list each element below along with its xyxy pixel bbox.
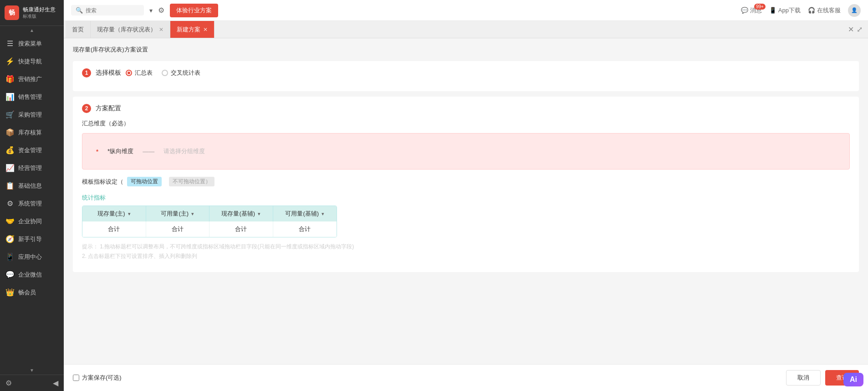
template-options: 汇总表 交叉统计表 <box>126 69 200 77</box>
col2-chevron-icon[interactable]: ▾ <box>191 211 194 217</box>
sidebar-item-operations[interactable]: 📈 经营管理 <box>0 159 64 177</box>
sidebar-item-purchase[interactable]: 🛒 采购管理 <box>0 106 64 123</box>
sidebar-item-finance[interactable]: 💰 资金管理 <box>0 141 64 159</box>
save-checkbox[interactable] <box>73 375 79 381</box>
header-dropdown-icon[interactable]: ▾ <box>149 7 153 14</box>
stats-label: 统计指标 <box>82 194 850 202</box>
message-icon: 💬 <box>741 7 748 14</box>
sidebar-label-search-menu: 搜索菜单 <box>18 40 42 48</box>
sidebar: 畅 畅康通好生意 标准版 ▲ ☰ 搜索菜单 ⚡ 快捷导航 🎁 营销推广 📊 销售… <box>0 0 64 391</box>
tab-new-scheme-label: 新建方案 <box>177 26 200 34</box>
sidebar-label-new-guide: 新手引导 <box>18 235 42 243</box>
app-download-label: App下载 <box>778 6 801 15</box>
indicator-settings: 模板指标设定（ 可拖动位置 不可拖动位置） <box>82 177 850 186</box>
sidebar-item-system[interactable]: ⚙ 系统管理 <box>0 195 64 212</box>
sidebar-item-basic-info[interactable]: 📋 基础信息 <box>0 177 64 195</box>
hint-area: 提示： 1.拖动标题栏可以调整布局，不可跨维度或指标区域拖动栏目字段(只能在同一… <box>82 243 850 260</box>
member-icon: 👑 <box>5 288 15 297</box>
step2-section: 2 方案配置 汇总维度（必选） * *纵向维度 —— 请选择分组维度 模板指标设… <box>73 97 859 272</box>
radio-cross-circle <box>162 70 168 76</box>
step2-header: 2 方案配置 <box>82 104 850 113</box>
stats-col3-header: 现存量(基辅) ▾ <box>209 206 273 221</box>
search-input[interactable] <box>86 7 131 14</box>
tab-inventory-close-icon[interactable]: ✕ <box>159 26 163 33</box>
radio-cross-table[interactable]: 交叉统计表 <box>162 69 200 77</box>
message-badge: 99+ <box>754 4 766 10</box>
sidebar-label-system: 系统管理 <box>18 200 42 208</box>
tab-close-icon[interactable]: ✕ <box>848 25 854 34</box>
stats-col3-body: 合计 <box>209 221 273 237</box>
stats-col1-header: 现存量(主) ▾ <box>82 206 146 221</box>
enterprise-icon: 🤝 <box>5 217 15 226</box>
ai-badge[interactable]: Ai <box>843 373 863 386</box>
summary-dim-label: 汇总维度（必选） <box>82 119 850 128</box>
cancel-button[interactable]: 取消 <box>786 370 821 386</box>
sidebar-label-member: 畅会员 <box>18 288 36 297</box>
sidebar-item-inventory[interactable]: 📦 库存核算 <box>0 123 64 141</box>
phone-icon: 📱 <box>769 7 776 14</box>
radio-summary-table[interactable]: 汇总表 <box>126 69 153 77</box>
sidebar-label-purchase: 采购管理 <box>18 111 42 119</box>
header-gear-icon[interactable]: ⚙ <box>158 6 164 15</box>
sidebar-scroll-up[interactable]: ▲ <box>0 26 64 35</box>
stats-col2-header: 可用量(主) ▾ <box>146 206 210 221</box>
col4-chevron-icon[interactable]: ▾ <box>322 211 324 217</box>
sidebar-item-sales[interactable]: 📊 销售管理 <box>0 88 64 106</box>
indicator-settings-text: 模板指标设定（ <box>82 178 123 186</box>
col3-chevron-icon[interactable]: ▾ <box>258 211 260 217</box>
sidebar-item-search-menu[interactable]: ☰ 搜索菜单 <box>0 35 64 52</box>
header-left: 🔍 ▾ ⚙ 体验行业方案 <box>71 4 218 17</box>
tab-new-scheme-close-icon[interactable]: ✕ <box>203 26 208 33</box>
collapse-icon[interactable]: ◀ <box>53 379 58 387</box>
non-draggable-badge: 不可拖动位置） <box>169 177 214 186</box>
search-bar[interactable]: 🔍 <box>71 5 144 15</box>
message-button[interactable]: 💬 消息 99+ <box>741 6 762 15</box>
trial-button[interactable]: 体验行业方案 <box>170 4 218 17</box>
search-menu-icon: ☰ <box>5 39 15 48</box>
finance-icon: 💰 <box>5 146 15 154</box>
tab-end-icons: ✕ ⤢ <box>848 25 866 34</box>
sidebar-item-wechat[interactable]: 💬 企业微信 <box>0 266 64 283</box>
sidebar-bottom: ⚙ ◀ <box>0 375 64 391</box>
tab-inventory-status[interactable]: 现存量（库存状况表） ✕ <box>91 21 170 38</box>
stats-header-row: 现存量(主) ▾ 可用量(主) ▾ 现存量(基辅) ▾ 可用量(基辅) <box>82 206 337 221</box>
tab-home[interactable]: 首页 <box>66 21 91 38</box>
stats-col4-label: 可用量(基辅) <box>285 210 319 218</box>
stats-col1-body: 合计 <box>82 221 146 237</box>
tab-restore-icon[interactable]: ⤢ <box>857 25 863 34</box>
tab-new-scheme[interactable]: 新建方案 ✕ <box>170 21 214 38</box>
online-service-button[interactable]: 🎧 在线客服 <box>808 6 841 15</box>
stats-table: 现存量(主) ▾ 可用量(主) ▾ 现存量(基辅) ▾ 可用量(基辅) <box>82 206 337 237</box>
sidebar-item-quick-nav[interactable]: ⚡ 快捷导航 <box>0 52 64 70</box>
save-option: 方案保存(可选) <box>73 374 122 382</box>
sidebar-item-new-guide[interactable]: 🧭 新手引导 <box>0 230 64 248</box>
sidebar-item-enterprise[interactable]: 🤝 企业协同 <box>0 212 64 230</box>
step2-title: 方案配置 <box>96 104 121 113</box>
app-download-button[interactable]: 📱 App下载 <box>769 6 801 15</box>
logo-icon: 畅 <box>5 5 19 20</box>
stats-col2-label: 可用量(主) <box>161 210 189 218</box>
sidebar-scroll-down[interactable]: ▼ <box>0 366 64 375</box>
sidebar-label-app-center: 应用中心 <box>18 253 42 261</box>
col1-chevron-icon[interactable]: ▾ <box>128 211 131 217</box>
sidebar-label-marketing: 营销推广 <box>18 75 42 83</box>
sidebar-label-wechat: 企业微信 <box>18 271 42 279</box>
content-area: 现存量(库存状况表)方案设置 1 选择模板 汇总表 交叉统计表 <box>64 38 868 364</box>
sidebar-label-enterprise: 企业协同 <box>18 217 42 226</box>
hint-line-1: 提示： 1.拖动标题栏可以调整布局，不可跨维度或指标区域拖动栏目字段(只能在同一… <box>82 243 850 251</box>
sidebar-item-app-center[interactable]: 📱 应用中心 <box>0 248 64 266</box>
required-star: * <box>96 148 98 155</box>
settings-icon[interactable]: ⚙ <box>5 379 12 387</box>
sidebar-item-marketing[interactable]: 🎁 营销推广 <box>0 70 64 88</box>
dimension-separator: —— <box>143 148 154 155</box>
app-name: 畅康通好生意 <box>23 6 56 14</box>
user-avatar[interactable]: 👤 <box>848 4 861 17</box>
step1-title: 选择模板 <box>96 69 121 77</box>
app-center-icon: 📱 <box>5 252 15 261</box>
sidebar-label-quick-nav: 快捷导航 <box>18 57 42 66</box>
sales-icon: 📊 <box>5 93 15 101</box>
app-logo: 畅 畅康通好生意 标准版 <box>0 0 64 26</box>
stats-col2-body: 合计 <box>146 221 210 237</box>
sidebar-item-member[interactable]: 👑 畅会员 <box>0 283 64 301</box>
search-icon: 🔍 <box>76 7 83 14</box>
